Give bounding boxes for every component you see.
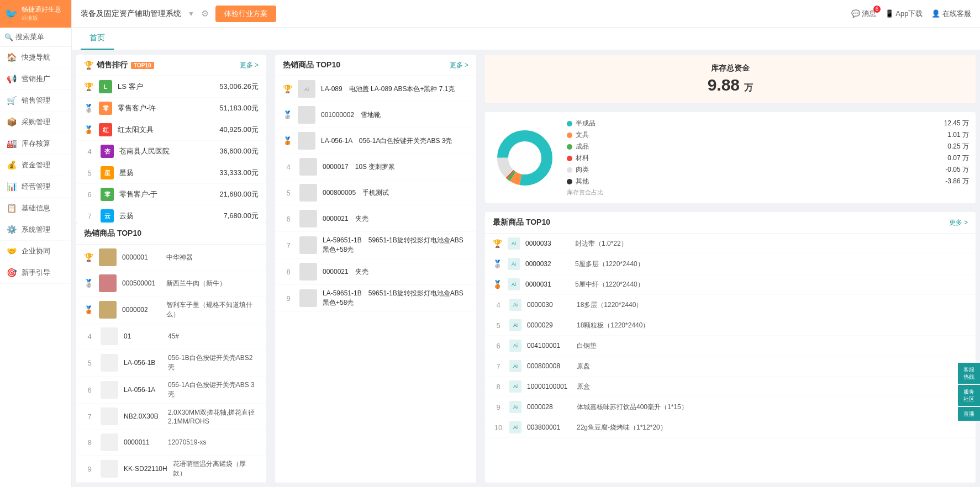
sidebar-item-system[interactable]: ⚙️ 系统管理	[0, 219, 71, 241]
float-community[interactable]: 服务社区	[958, 385, 980, 406]
hot-item-9: 9 KK-SD22110H 花语萌恒温分离罐袋（厚款）	[76, 456, 266, 483]
mid-rank-item-3: 🥉 LA-056-1A 056-1A白色按键开关壳ABS 3壳	[275, 128, 476, 154]
latest-rank-6: 6	[493, 342, 504, 350]
trial-button[interactable]: 体验行业方案	[215, 6, 276, 22]
hot-item-5: 5 LA-056-1B 056-1B白色按键开关壳ABS2壳	[76, 350, 266, 377]
avatar-2: 零	[99, 102, 112, 115]
hot-products-header: 热销商品 TOP10	[76, 223, 266, 245]
sidebar-label-cooperation: 企业协同	[22, 246, 50, 256]
latest-name-5: 18颗粒板（1220*2440）	[577, 321, 968, 330]
legend-dot-4	[567, 156, 572, 161]
mid-column: 热销商品 TOP10 更多 > 🏆 Ai LA-089 电池盖 LA-089 A…	[271, 50, 481, 487]
medal-1: 🏆	[84, 82, 93, 91]
latest-more-link[interactable]: 更多 >	[949, 218, 968, 227]
sidebar-item-purchase[interactable]: 📦 采购管理	[0, 112, 71, 133]
legend-item-4: 材料 0.07 万	[567, 153, 969, 163]
sidebar-item-basics[interactable]: 📋 基础信息	[0, 198, 71, 219]
latest-rank-9: 9	[493, 403, 504, 411]
latest-img-8: Ai	[509, 380, 521, 393]
online-service-button[interactable]: 👤 在线客服	[931, 9, 971, 19]
mid-rank-5: 5	[283, 189, 294, 197]
tab-home[interactable]: 首页	[81, 28, 114, 50]
message-button[interactable]: 💬 消息 6	[851, 9, 877, 19]
sidebar-search[interactable]: 🔍 搜索菜单	[0, 28, 71, 47]
product-thumb-3	[99, 301, 117, 319]
sidebar-item-finance[interactable]: 💰 资金管理	[0, 155, 71, 176]
mid-name-5: 000800005 手机测试	[323, 188, 468, 198]
legend-dot-2	[567, 133, 572, 138]
mid-medal-3: 🥉	[283, 136, 292, 145]
hot-code-1: 0000001	[122, 253, 161, 261]
sidebar-item-operations[interactable]: 📊 经营管理	[0, 176, 71, 198]
sidebar-item-guide[interactable]: 🎯 新手引导	[0, 262, 71, 284]
hot-item-1: 🏆 0000001 中华神器	[76, 245, 266, 271]
sidebar-label-sales: 销售管理	[22, 96, 50, 105]
home-icon: 🏠	[7, 52, 17, 62]
latest-name-7: 原盘	[577, 362, 968, 371]
rank-item: 🥈 零 零售客户-许 51,183.00元	[76, 98, 266, 119]
inventory-chart: 半成品 12.45 万 文具 1.01 万 成品 0.25 万	[485, 112, 976, 203]
sidebar-label-guide: 新手引导	[22, 268, 50, 278]
mid-thumb-7	[299, 236, 317, 254]
latest-medal-3: 🥉	[493, 280, 502, 289]
cooperation-icon: 🤝	[7, 246, 17, 256]
product-thumb-9	[101, 460, 118, 478]
avatar-4: 杏	[101, 145, 114, 158]
legend-label-5: 肉类	[576, 165, 932, 174]
mid-rank-item-7: 7 LA-59651-1B 59651-1B旋转投影灯电池盒ABS黑色+58壳	[275, 232, 476, 259]
customer-value-6: 21,680.00元	[219, 189, 259, 199]
legend-item-1: 半成品 12.45 万	[567, 119, 969, 128]
rank-num-7: 7	[84, 212, 95, 220]
search-icon: 🔍	[4, 33, 13, 41]
latest-code-5: 0000029	[527, 321, 571, 329]
rank-item: 6 零 零售客户-于 21,680.00元	[76, 184, 266, 205]
sidebar-item-inventory[interactable]: 🏭 库存核算	[0, 133, 71, 155]
mid-rank-6: 6	[283, 215, 294, 223]
hot-name-3: 智利车子里（规格不知道填什么）	[166, 300, 259, 319]
mid-more-link[interactable]: 更多 >	[450, 61, 468, 70]
product-thumb-1	[99, 248, 117, 266]
float-live[interactable]: 直播	[958, 407, 980, 421]
sidebar-label-system: 系统管理	[22, 225, 50, 235]
settings-icon[interactable]: ⚙	[201, 8, 209, 19]
sidebar-label-operations: 经营管理	[22, 182, 50, 192]
float-customer-service[interactable]: 客服热线	[958, 363, 980, 384]
mid-thumb-4	[299, 158, 317, 176]
hot-rank-6: 6	[84, 386, 95, 394]
sales-icon: 🛒	[7, 96, 17, 105]
customer-rank-panel: 🏆 销售排行 TOP10 更多 > 🏆 L LS 客户 53,006.26元 🥈…	[76, 55, 266, 223]
legend-dot-5	[567, 167, 572, 173]
trophy-icon: 🏆	[84, 61, 93, 70]
sidebar-item-marketing[interactable]: 📢 营销推广	[0, 68, 71, 90]
sidebar-item-cooperation[interactable]: 🤝 企业协同	[0, 241, 71, 262]
customer-name-1: LS 客户	[118, 82, 214, 92]
legend-value-6: -3.86 万	[936, 177, 969, 186]
latest-item-7: 7 Ai 000800008 原盘	[485, 356, 976, 377]
mid-name-3: LA-056-1A 056-1A白色按键开关壳ABS 3壳	[321, 136, 468, 146]
latest-code-4: 0000030	[527, 301, 571, 309]
rank-item: 4 杏 苍南县人民医院 36,600.00元	[76, 141, 266, 162]
hot-code-8: 0000011	[124, 438, 162, 446]
app-download-button[interactable]: 📱 App下载	[885, 9, 923, 19]
hot-products-panel: 热销商品 TOP10 🏆 0000001 中华神器 🥈 000500001 新西…	[76, 223, 266, 483]
latest-code-1: 0000033	[525, 240, 570, 247]
legend-item-5: 肉类 -0.05 万	[567, 165, 969, 174]
guide-icon: 🎯	[7, 268, 17, 278]
latest-rank-5: 5	[493, 321, 504, 330]
mid-rank-item-8: 8 0000021 夹壳	[275, 259, 476, 285]
latest-rank-10: 10	[493, 424, 504, 432]
sidebar-item-home[interactable]: 🏠 快捷导航	[0, 47, 71, 68]
chart-legend: 半成品 12.45 万 文具 1.01 万 成品 0.25 万	[567, 119, 969, 197]
product-thumb-5	[101, 354, 118, 372]
latest-code-6: 004100001	[527, 342, 571, 350]
customer-rank-header: 🏆 销售排行 TOP10 更多 >	[76, 55, 266, 76]
inventory-icon: 🏭	[7, 139, 17, 149]
mid-rank-7: 7	[283, 241, 294, 250]
more-link[interactable]: 更多 >	[240, 61, 259, 70]
sidebar-item-sales[interactable]: 🛒 销售管理	[0, 90, 71, 112]
latest-item-1: 🏆 Ai 0000033 封边带（1.0*22）	[485, 234, 976, 254]
dropdown-arrow[interactable]: ▼	[188, 10, 194, 18]
mid-thumb-5	[299, 184, 317, 202]
hot-rank-5: 5	[84, 359, 95, 367]
mid-name-1: LA-089 电池盖 LA-089 ABS本色+黑种 7.1克	[321, 84, 468, 94]
